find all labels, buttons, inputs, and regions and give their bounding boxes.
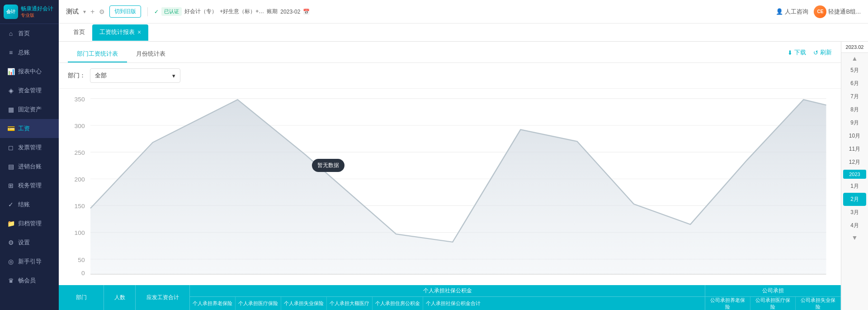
col-group-company: 公司承担 公司承担养老保险 公司承担医疗保险 公司承担失业保险	[705, 285, 841, 310]
sidebar-item-purchase[interactable]: ▤ 进销台账	[0, 157, 59, 176]
download-icon: ⬇	[788, 49, 793, 56]
col-company-medical: 公司承担医疗保险	[750, 297, 796, 310]
sidebar-nav: ⌂ 首页 ≡ 总账 📊 报表中心 ◈ 资金管理 ▦ 固定资产 💳 工资 ◻ 发票…	[0, 24, 59, 310]
sidebar-item-close[interactable]: ✓ 结账	[0, 195, 59, 214]
divider	[147, 7, 148, 16]
sidebar-item-home[interactable]: ⌂ 首页	[0, 24, 59, 43]
date-month-may[interactable]: 5月	[841, 64, 868, 77]
date-month-feb[interactable]: 2月	[843, 193, 866, 206]
salary-icon: 💳	[7, 125, 14, 132]
tax-icon: ⊞	[7, 182, 14, 189]
sidebar-item-salary[interactable]: 💳 工资	[0, 119, 59, 138]
subtab-dept[interactable]: 部门工资统计表	[68, 46, 127, 62]
sidebar-item-ledger[interactable]: ≡ 总账	[0, 43, 59, 62]
subtab-right: ⬇ 下载 ↺ 刷新	[788, 48, 832, 60]
date-month-jan[interactable]: 1月	[841, 180, 868, 193]
topbar-settings[interactable]: ⚙	[99, 8, 105, 15]
close-acc-icon: ✓	[7, 201, 14, 208]
download-btn[interactable]: ⬇ 下载	[788, 48, 806, 57]
subtab-bar: 部门工资统计表 月份统计表 ⬇ 下载 ↺ 刷新	[59, 42, 841, 63]
sidebar-item-member[interactable]: ♛ 畅会员	[0, 271, 59, 290]
tabbar: 首页 工资统计报表 ×	[59, 24, 868, 42]
purchase-icon: ▤	[7, 163, 14, 170]
consult-icon: 👤	[776, 8, 783, 15]
app-logo: 会计 畅康通好会计 专业版	[0, 0, 59, 24]
topbar-right: 👤 人工咨询 CE 轻捷通B组...	[776, 5, 861, 18]
col-personal-housing: 个人承担住房公积金	[373, 297, 423, 310]
cert-icon: ✓	[154, 9, 159, 15]
chart-area: 350 300 250 200 150 100 50 0	[59, 89, 841, 285]
col-personal-pension: 个人承担养老保险	[190, 297, 236, 310]
date-nav-up[interactable]: ▲	[841, 53, 868, 64]
subtab-monthly[interactable]: 月份统计表	[127, 46, 175, 62]
tab-home[interactable]: 首页	[66, 24, 92, 41]
subtab-left: 部门工资统计表 月份统计表	[68, 46, 175, 62]
date-current-period: 2023.02	[841, 42, 868, 53]
topbar-add[interactable]: +	[90, 8, 94, 16]
col-personal-unemployment: 个人承担失业保险	[281, 297, 327, 310]
cert-badge: 已认证	[161, 7, 182, 16]
topbar: 测试 ▾ + ⚙ 切到旧版 ✓ 已认证 好会计（专） +好生意（标）+… 账期 …	[59, 0, 868, 24]
tab-salary-report[interactable]: 工资统计报表 ×	[92, 24, 148, 41]
archive-icon: 📁	[7, 220, 14, 227]
svg-text:350: 350	[75, 96, 85, 103]
date-year-2023-label[interactable]: 2023	[843, 170, 866, 179]
topbar-title: 测试	[66, 8, 79, 16]
col-salary-total: 应发工资合计	[136, 285, 190, 310]
avatar-icon: CE	[814, 5, 826, 18]
col-dept: 部门	[59, 285, 104, 310]
date-month-jun[interactable]: 6月	[841, 77, 868, 90]
personal-group-subs: 个人承担养老保险 个人承担医疗保险 个人承担失业保险 个人承担大额医疗 个人承担	[190, 297, 705, 310]
assets-icon: ▦	[7, 106, 14, 113]
sidebar-item-invoice[interactable]: ◻ 发票管理	[0, 138, 59, 157]
reports-icon: 📊	[7, 68, 14, 75]
date-month-apr[interactable]: 4月	[841, 219, 868, 232]
filter-label: 部门：	[68, 72, 85, 80]
good-biz-label: +好生意（标）+…	[220, 8, 264, 15]
content-main: 部门工资统计表 月份统计表 ⬇ 下载 ↺ 刷新	[59, 42, 841, 310]
ledger-icon: ≡	[7, 49, 14, 56]
sidebar-item-assets[interactable]: ▦ 固定资产	[0, 100, 59, 119]
topbar-status: ✓ 已认证 好会计（专） +好生意（标）+… 账期 2023-02 📅	[154, 7, 310, 16]
date-month-oct[interactable]: 10月	[841, 129, 868, 143]
company-group-subs: 公司承担养老保险 公司承担医疗保险 公司承担失业保险	[705, 297, 840, 310]
personal-group-label: 个人承担社保公积金	[190, 285, 705, 297]
sidebar-item-funds[interactable]: ◈ 资金管理	[0, 81, 59, 100]
user-avatar[interactable]: CE 轻捷通B组...	[814, 5, 861, 18]
good-acc-label: 好会计（专）	[184, 8, 217, 15]
logo-text: 畅康通好会计 专业版	[21, 5, 53, 19]
home-icon: ⌂	[7, 30, 14, 37]
date-month-aug[interactable]: 8月	[841, 103, 868, 116]
date-month-mar[interactable]: 3月	[841, 206, 868, 219]
consult-btn[interactable]: 👤 人工咨询	[776, 8, 808, 16]
funds-icon: ◈	[7, 87, 14, 94]
guide-icon: ◎	[7, 258, 14, 265]
sidebar-item-tax[interactable]: ⊞ 税务管理	[0, 176, 59, 195]
period-value: 2023-02	[280, 9, 300, 15]
switch-old-btn[interactable]: 切到旧版	[109, 5, 141, 18]
refresh-btn[interactable]: ↺ 刷新	[813, 48, 832, 57]
refresh-icon: ↺	[813, 49, 818, 56]
sidebar-item-archive[interactable]: 📁 归档管理	[0, 214, 59, 233]
calendar-icon[interactable]: 📅	[303, 9, 310, 15]
col-company-pension: 公司承担养老保险	[705, 297, 750, 310]
date-month-jul[interactable]: 7月	[841, 90, 868, 103]
topbar-dropdown[interactable]: ▾	[83, 9, 86, 15]
tab-close-icon[interactable]: ×	[137, 29, 141, 36]
date-panel: 2023.02 ▲ 5月 6月 7月 8月 9月 10月 11月 12月 202…	[841, 42, 868, 310]
svg-text:0: 0	[81, 270, 85, 277]
sidebar-item-guide[interactable]: ◎ 新手引导	[0, 252, 59, 271]
date-month-dec[interactable]: 12月	[841, 156, 868, 169]
dept-select[interactable]: 全部 ▾	[90, 68, 180, 83]
date-month-nov[interactable]: 11月	[841, 143, 868, 156]
company-group-label: 公司承担	[705, 285, 840, 297]
sidebar: 会计 畅康通好会计 专业版 ⌂ 首页 ≡ 总账 📊 报表中心 ◈ 资金管理 ▦ …	[0, 0, 59, 310]
chart-svg: 350 300 250 200 150 100 50 0	[68, 93, 832, 281]
sidebar-item-settings[interactable]: ⚙ 设置	[0, 233, 59, 252]
date-nav-down[interactable]: ▼	[841, 232, 868, 243]
sidebar-item-reports[interactable]: 📊 报表中心	[0, 62, 59, 81]
member-icon: ♛	[7, 277, 14, 284]
col-personal-large-medical: 个人承担大额医疗	[327, 297, 373, 310]
date-month-sep[interactable]: 9月	[841, 116, 868, 129]
col-count: 人数	[104, 285, 136, 310]
